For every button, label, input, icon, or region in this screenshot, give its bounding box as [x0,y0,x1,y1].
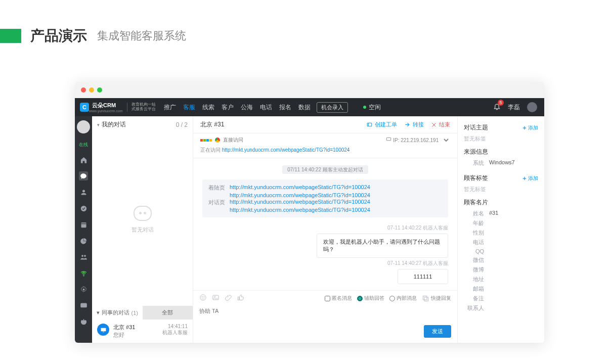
attach-icon[interactable] [225,294,232,303]
left-rail: 在线 [75,116,92,343]
plus-icon [522,125,527,130]
chat-main: 北京 #31 创建工单 转接 结束 [193,116,457,343]
colleague-convs-header[interactable]: ▾ 同事的对话 (1) [92,306,143,320]
field-age-k: 年龄 [464,219,484,227]
talk-url-2[interactable]: http://mkt.yunduocrm.com/webpageStatic/T… [230,207,370,213]
home-icon[interactable] [79,155,88,164]
brand-logo[interactable]: C 云朵CRM www.yunduocrm.com 教育机构一站 式服务云平台 [80,102,156,113]
add-tag-button[interactable]: 添加 [522,175,538,182]
nav-item-customers[interactable]: 客户 [222,103,234,112]
opt-assist[interactable]: 辅助回答 [357,295,384,302]
empty-label: 暂无对话 [132,226,154,234]
status-label: 空闲 [369,103,381,112]
emoji-icon[interactable] [199,294,207,303]
ip-label: IP: [393,138,399,143]
svg-rect-1 [81,222,86,228]
opt-internal[interactable]: 内部消息 [389,295,417,302]
message-input[interactable] [199,308,451,314]
conv-preview: 您好 [113,331,158,339]
source-label: 来源信息 [464,148,488,156]
image-icon[interactable] [212,294,220,303]
conversation-item[interactable]: 北京 #31 您好 14:41:11 机器人客服 [92,320,193,343]
chrome-icon [215,138,220,143]
url-block: 着陆页http://mkt.yunduocrm.com/webpageStati… [202,179,448,217]
empty-state: 暂无对话 [92,133,193,306]
add-topic-button[interactable]: 添加 [522,124,538,131]
conv-source: 机器人客服 [162,329,188,336]
create-order-button[interactable]: 创建工单 [366,121,397,128]
nav-item-leads[interactable]: 线索 [202,103,214,112]
cust-tag-label: 顾客标签 [464,174,488,183]
traffic-light-min[interactable] [89,87,94,93]
pie-icon[interactable] [79,236,88,245]
top-nav: C 云朵CRM www.yunduocrm.com 教育机构一站 式服务云平台 … [75,98,544,116]
person-icon[interactable] [79,188,88,197]
chat-meta-row: 直接访问 IP: 221.219.162.191 [193,133,457,146]
talk-label: 对话页 [208,199,227,206]
power-icon[interactable] [79,317,88,326]
system-pill-text: 07/11 14:40:22 顾客主动发起对话 [282,165,368,174]
bell-button[interactable]: 5 [493,103,501,112]
svg-rect-9 [387,138,391,141]
bell-badge: 5 [498,100,504,106]
close-icon [431,122,437,128]
nav-items: 推广 客服 线索 客户 公海 电话 报名 数据 [164,103,311,112]
tab-all[interactable]: 全部 [143,306,193,320]
quick-reply-button[interactable]: 快捷回复 [422,295,451,302]
svg-point-10 [200,295,206,300]
transfer-label: 转接 [413,121,424,128]
windows-icon [200,139,212,142]
wifi-icon[interactable] [79,268,88,278]
traffic-light-close[interactable] [81,87,86,93]
calendar-icon[interactable] [79,220,88,229]
talk-url-1[interactable]: http://mkt.yunduocrm.com/webpageStatic/T… [230,199,370,206]
chat-icon[interactable] [79,171,88,180]
empty-face-icon [134,206,152,221]
traffic-light-max[interactable] [97,87,102,93]
nav-item-phone[interactable]: 电话 [260,103,272,112]
end-button[interactable]: 结束 [431,121,450,128]
rail-avatar[interactable] [77,120,90,133]
rail-online-label: 在线 [79,142,88,148]
ticket-icon [366,121,373,128]
opt-anonymous[interactable]: 匿名消息 [325,295,352,302]
card-label: 顾客名片 [464,198,488,207]
user-avatar[interactable] [527,102,537,112]
check-circle-icon[interactable] [79,204,88,213]
landing-url-2[interactable]: http://mkt.yunduocrm.com/webpageStatic/T… [230,192,370,198]
ip-dropdown[interactable] [440,137,450,144]
topic-label: 对话主题 [464,123,488,132]
brand-tagline2: 式服务云平台 [132,107,156,112]
user-name[interactable]: 李磊 [508,103,520,112]
my-convs-header[interactable]: ▾ 我的对话 0 / 2 [92,116,193,133]
status-indicator[interactable]: 空闲 [363,103,381,112]
visiting-url[interactable]: http://mkt.yunduocrm.com/webpageStatic/T… [222,147,350,153]
field-weibo-k: 微博 [464,266,484,274]
group-icon[interactable] [79,252,88,261]
send-button[interactable]: 发送 [424,325,451,338]
nav-item-promotion[interactable]: 推广 [164,103,176,112]
svg-point-0 [80,205,86,211]
nav-item-data[interactable]: 数据 [298,103,311,112]
monitor-small-icon [386,136,391,142]
field-name-k: 姓名 [464,210,484,217]
chat-scroll[interactable]: 07/11 14:40:22 顾客主动发起对话 着陆页http://mkt.yu… [193,158,457,290]
svg-point-4 [83,275,83,276]
svg-point-12 [204,297,204,297]
gear-icon[interactable] [79,285,88,294]
record-button[interactable]: 机会录入 [317,102,348,113]
conversation-column: ▾ 我的对话 0 / 2 暂无对话 ▾ 同事的对话 (1) 全部 [92,116,193,343]
end-label: 结束 [439,121,450,128]
field-sex-k: 性别 [464,229,484,237]
nav-item-pool[interactable]: 公海 [241,103,253,112]
chevron-down-icon: ▾ [97,122,100,127]
brand-domain: www.yunduocrm.com [89,109,123,113]
nav-item-service[interactable]: 客服 [183,103,195,112]
thumbs-up-icon[interactable] [237,294,245,303]
nav-item-signup[interactable]: 报名 [279,103,291,112]
transfer-button[interactable]: 转接 [404,121,424,128]
message-icon[interactable] [79,301,88,310]
landing-url-1[interactable]: http://mkt.yunduocrm.com/webpageStatic/T… [230,184,370,192]
ip-block: IP: 221.219.162.191 [386,136,450,144]
cloud-icon: C [80,103,89,112]
